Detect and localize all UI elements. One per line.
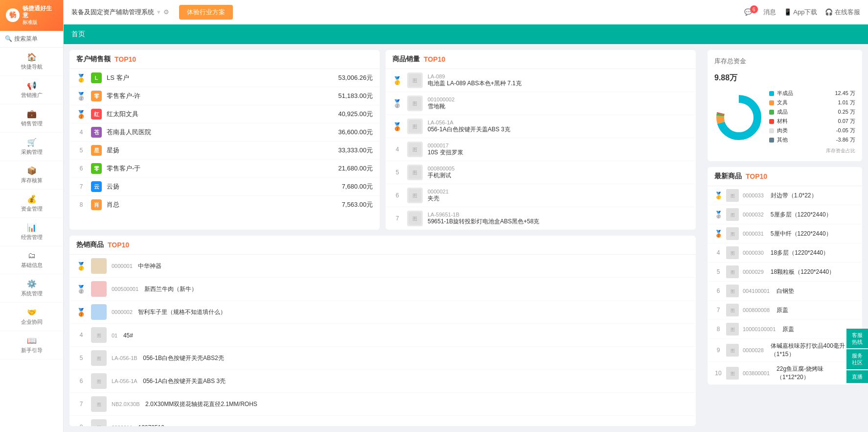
product-code: 003800001: [743, 370, 770, 376]
product-name: 体碱嘉枝味苏打饮品400毫升（1*15）: [771, 342, 855, 359]
product-img: 图: [91, 350, 107, 366]
product-name: 新西兰牛肉（新牛）: [144, 286, 197, 292]
sidebar-item-system[interactable]: ⚙️ 系统管理: [0, 274, 63, 303]
rank-num: 4: [76, 129, 86, 136]
sidebar-item-purchase[interactable]: 🛒 采购管理: [0, 133, 63, 161]
product-name: 5厘多层（1220*2440）: [771, 211, 855, 219]
page-title: 首页: [71, 30, 85, 39]
online-service-area[interactable]: 🎧 在线客服: [825, 8, 860, 17]
svg-text:图: 图: [412, 101, 417, 106]
product-img: 图: [407, 119, 423, 134]
customer-badge: 肖: [91, 199, 102, 210]
sidebar-item-marketing[interactable]: 📢 营销推广: [0, 76, 63, 104]
product-name: 2.0X30MM双搓花轴搓花直径2.1MM/ROHS: [145, 401, 257, 408]
community-btn[interactable]: 服务社区: [846, 349, 868, 369]
svg-text:图: 图: [731, 270, 735, 275]
product-code: 10000100001: [743, 326, 776, 332]
content-right: 库存总资金 9.88万: [702, 44, 868, 432]
product-code: NB2.0X30B: [112, 401, 139, 407]
search-icon: 🔍: [5, 35, 12, 42]
customer-service-btn[interactable]: 客服热线: [846, 329, 868, 349]
legend-value: 0.07 万: [838, 118, 855, 125]
sidebar-item-basic-info[interactable]: 🗂 基础信息: [0, 246, 63, 274]
legend-item: 其他 -3.86 万: [769, 136, 855, 144]
svg-point-30: [725, 104, 753, 131]
customer-badge: 零: [91, 91, 102, 101]
product-name: 056-1A白色按键开关盖ABS 3壳: [143, 378, 226, 384]
topbar-sep: ▾: [157, 8, 160, 16]
rank-num: 5: [714, 268, 722, 275]
product-img: 图: [91, 419, 107, 426]
sidebar-search-area[interactable]: 🔍 搜索菜单: [0, 31, 63, 48]
sidebar-item-label: 销售管理: [21, 120, 43, 127]
product-info: 000500001 新西兰牛肉（新牛）: [112, 285, 689, 293]
sidebar-item-operations[interactable]: 📊 经营管理: [0, 218, 63, 246]
product-sales-table: 🥇 图 LA-089 电池盖 LA-089 ABS本色+黑种 7.1克 🥈 图 …: [386, 69, 696, 230]
search-menu-label[interactable]: 🔍 搜索菜单: [5, 35, 58, 43]
product-img: 图: [91, 327, 107, 343]
product-sales-header: 商品销量 TOP10: [386, 50, 696, 69]
customer-sales-top10: TOP10: [114, 55, 136, 63]
rank-medal: 🥈: [392, 99, 402, 108]
content-area: 客户销售额 TOP10 🥇 L LS 客户 53,006.26元 🥈 零 零售客…: [64, 44, 868, 432]
sidebar-item-sales[interactable]: 💼 销售管理: [0, 104, 63, 133]
customer-name: 云扬: [107, 182, 337, 191]
new-product-row: 10 图 003800001 22g鱼豆腐-烧烤味（1*12*20）: [708, 362, 862, 384]
product-sales-row: 4 图 0000017 10S 变扭罗浆: [386, 138, 696, 161]
live-btn[interactable]: 直播: [846, 370, 868, 383]
system-title: 装备及固定资产辅助管理系统: [71, 8, 154, 17]
product-name: 056-1A白色按键开关盖ABS 3克: [428, 125, 689, 134]
rank-num: 6: [714, 288, 722, 294]
product-code: 0000032: [743, 212, 764, 217]
product-info: LA-056-1A 056-1A白色按键开关盖ABS 3克: [428, 120, 689, 134]
product-code: 0000001: [112, 263, 133, 269]
app-download-area[interactable]: 📱 App下载: [784, 8, 817, 17]
product-sales-card: 商品销量 TOP10 🥇 图 LA-089 电池盖 LA-089 ABS本色+黑…: [386, 50, 696, 230]
customer-sales-header: 客户销售额 TOP10: [69, 50, 380, 69]
sidebar-item-inventory[interactable]: 📦 库存核算: [0, 161, 63, 190]
rank-num: 4: [392, 146, 402, 153]
sidebar-item-home[interactable]: 🏠 快捷导航: [0, 48, 63, 76]
inventory-legend: 半成品 12.45 万 文具 1.01 万 成品 0.25 万 材料 0.07 …: [769, 90, 855, 145]
svg-text:图: 图: [97, 356, 101, 361]
message-area[interactable]: 💬 6 消息: [744, 8, 776, 17]
sidebar-item-cooperation[interactable]: 🤝 企业协同: [0, 303, 63, 331]
product-img: 图: [407, 211, 423, 226]
customer-name: LS 客户: [107, 73, 333, 82]
settings-icon[interactable]: ⚙: [163, 8, 169, 16]
rank-num: 7: [714, 307, 722, 313]
logo-tag: 标准版: [23, 19, 57, 26]
product-code: 000800005: [428, 166, 689, 171]
rank-medal: 🥇: [76, 262, 86, 271]
new-products-header: 最新商品 TOP10: [708, 167, 862, 186]
customer-sales-table: 🥇 L LS 客户 53,006.26元 🥈 零 零售客户-许 51,183.0…: [69, 69, 380, 214]
hot-products-top10: TOP10: [108, 241, 129, 249]
product-img: 图: [726, 304, 739, 316]
customer-amount: 51,183.00元: [338, 92, 373, 100]
product-info: 000800005 手机测试: [428, 166, 689, 180]
hot-product-row: 4 图 01 45#: [69, 324, 696, 347]
customer-sales-card: 客户销售额 TOP10 🥇 L LS 客户 53,006.26元 🥈 零 零售客…: [69, 50, 380, 230]
product-sales-row: 🥇 图 LA-089 电池盖 LA-089 ABS本色+黑种 7.1克: [386, 69, 696, 92]
message-badge: 6: [750, 5, 758, 13]
product-name: 18多层（1220*2440）: [771, 249, 855, 257]
svg-text:图: 图: [731, 251, 735, 256]
product-code: LA-056-1B: [112, 355, 137, 361]
rank-medal: 🥉: [76, 110, 86, 119]
customer-amount: 7,680.00元: [342, 182, 373, 191]
sidebar-item-guide[interactable]: 📖 新手引导: [0, 331, 63, 360]
legend-label: 肉类: [777, 127, 833, 134]
app-icon: 📱: [784, 8, 792, 16]
product-sales-row: 5 图 000800005 手机测试: [386, 161, 696, 184]
svg-text:图: 图: [412, 78, 417, 83]
customer-name: 零售客户-许: [107, 92, 333, 100]
sidebar-item-finance[interactable]: 💰 资金管理: [0, 190, 63, 218]
sidebar-item-label: 经营管理: [21, 234, 43, 241]
rank-num: 8: [76, 424, 86, 426]
product-sales-row: 🥉 图 LA-056-1A 056-1A白色按键开关盖ABS 3克: [386, 115, 696, 138]
inventory-unit: 万: [730, 73, 737, 82]
trial-button[interactable]: 体验行业方案: [179, 5, 233, 20]
legend-label: 成品: [777, 108, 835, 116]
customer-badge: 零: [91, 163, 102, 174]
product-name: 雪地靴: [428, 102, 689, 111]
